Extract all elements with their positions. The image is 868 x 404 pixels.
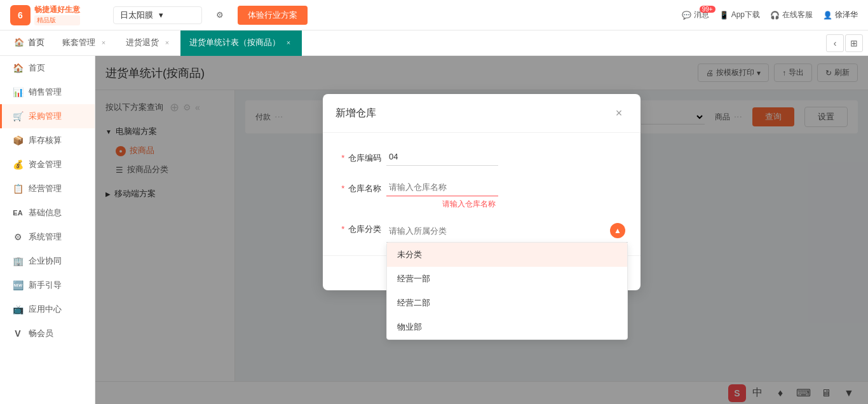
app-download-label: App下载	[731, 10, 760, 20]
tab-next-button[interactable]: ⊞	[845, 34, 863, 52]
code-input-wrapper	[386, 148, 628, 166]
purchase-icon: 🛒	[12, 111, 24, 122]
content-area: 进货单统计(按商品) 🖨 按模板打印 ▾ ↑ 导出 ↻ 刷新	[95, 56, 868, 404]
sidebar-sales-label: 销售管理	[29, 86, 62, 98]
tab-account-close[interactable]: ×	[99, 38, 108, 47]
tab-purchase-return-label: 进货退货	[126, 37, 159, 48]
name-input-wrapper: 请输入仓库名称	[386, 178, 628, 196]
sidebar-item-home[interactable]: 🏠 首页	[0, 56, 95, 80]
sales-icon: 📊	[12, 86, 24, 98]
option-dept2[interactable]: 经营二部	[387, 291, 627, 315]
tab-controls: ‹ ⊞	[826, 34, 863, 52]
home-sidebar-icon: 🏠	[12, 62, 24, 74]
operation-icon: 📋	[12, 183, 24, 194]
sidebar-item-basic-info[interactable]: EA 基础信息	[0, 201, 95, 225]
category-input-wrapper: ▲ 未分类 经营一部 经营二部 物业部	[386, 219, 628, 243]
message-icon: 💬	[682, 11, 691, 20]
required-star-code: *	[341, 153, 344, 163]
enterprise-icon: 🏢	[12, 255, 24, 267]
sidebar-system-label: 系统管理	[29, 231, 62, 243]
sidebar-item-vip[interactable]: V 畅会员	[0, 321, 95, 346]
warehouse-name-input[interactable]	[386, 178, 498, 196]
sidebar-basic-info-label: 基础信息	[29, 207, 62, 219]
app-center-icon: 📺	[12, 304, 24, 315]
sidebar-enterprise-label: 企业协同	[29, 255, 62, 267]
warehouse-code-row: * 仓库编码	[336, 148, 628, 166]
warehouse-code-input[interactable]	[386, 148, 498, 166]
top-header: 6 畅捷通好生意 精品版 日太阳膜 ▾ ⚙ 体验行业方案 💬 消息 99+ 📱 …	[0, 0, 868, 30]
settings-button[interactable]: ⚙	[210, 5, 230, 25]
sidebar-item-guide[interactable]: 🆕 新手引导	[0, 273, 95, 297]
basic-info-icon: EA	[12, 207, 24, 219]
warehouse-name-row: * 仓库名称 请输入仓库名称	[336, 178, 628, 196]
category-label-text: 仓库分类	[348, 224, 381, 234]
option-dept1[interactable]: 经营一部	[387, 267, 627, 291]
message-badge: 99+	[700, 6, 715, 13]
system-icon: ⚙	[12, 231, 24, 243]
option-property[interactable]: 物业部	[387, 315, 627, 339]
trial-button[interactable]: 体验行业方案	[238, 6, 308, 25]
online-service-button[interactable]: 🎧 在线客服	[770, 10, 813, 20]
modal-close-button[interactable]: ×	[610, 104, 628, 122]
category-dropdown-trigger[interactable]: ▲	[386, 219, 628, 243]
tab-bar: 🏠 首页 账套管理 × 进货退货 × 进货单统计表（按商品） × ‹ ⊞	[0, 30, 868, 56]
sidebar-item-operation[interactable]: 📋 经营管理	[0, 177, 95, 201]
avatar-icon: 👤	[823, 11, 832, 20]
warehouse-category-row: * 仓库分类 ▲ 未分类 经营一部 经	[336, 219, 628, 243]
message-button[interactable]: 💬 消息 99+	[682, 10, 709, 20]
sidebar: 🏠 首页 📊 销售管理 🛒 采购管理 📦 库存核算 💰 资金管理 📋 经营管理 …	[0, 56, 95, 404]
tab-purchase-stat[interactable]: 进货单统计表（按商品） ×	[180, 30, 302, 56]
sidebar-vip-label: 畅会员	[29, 328, 53, 339]
tab-prev-button[interactable]: ‹	[826, 34, 844, 52]
sidebar-item-app-center[interactable]: 📺 应用中心	[0, 297, 95, 321]
modal-title: 新增仓库	[336, 107, 376, 120]
username-label: 徐泽华	[835, 10, 858, 20]
header-right: 💬 消息 99+ 📱 App下载 🎧 在线客服 👤 徐泽华	[682, 10, 858, 20]
category-label: * 仓库分类	[336, 219, 386, 235]
phone-icon: 📱	[719, 11, 729, 20]
main-layout: 🏠 首页 📊 销售管理 🛒 采购管理 📦 库存核算 💰 资金管理 📋 经营管理 …	[0, 56, 868, 404]
required-star-name: *	[341, 184, 344, 193]
sidebar-item-inventory[interactable]: 📦 库存核算	[0, 128, 95, 152]
category-input[interactable]	[389, 226, 610, 236]
tab-account-label: 账套管理	[62, 37, 95, 48]
tab-purchase-stat-close[interactable]: ×	[284, 38, 293, 47]
required-star-category: *	[341, 224, 344, 234]
option-uncategorized[interactable]: 未分类	[387, 243, 627, 267]
tab-purchase-return[interactable]: 进货退货 ×	[117, 30, 180, 56]
sidebar-item-sales[interactable]: 📊 销售管理	[0, 80, 95, 104]
sidebar-app-center-label: 应用中心	[29, 304, 62, 315]
tab-account[interactable]: 账套管理 ×	[53, 30, 117, 56]
modal-header: 新增仓库 ×	[323, 94, 641, 133]
brand-name: 畅捷通好生意	[34, 4, 80, 15]
sidebar-item-purchase[interactable]: 🛒 采购管理	[0, 104, 95, 128]
sidebar-finance-label: 资金管理	[29, 159, 62, 170]
dropdown-up-arrow[interactable]: ▲	[610, 223, 625, 238]
sidebar-inventory-label: 库存核算	[29, 135, 62, 146]
code-label-text: 仓库编码	[348, 153, 381, 163]
sidebar-item-enterprise[interactable]: 🏢 企业协同	[0, 249, 95, 273]
tab-purchase-stat-label: 进货单统计表（按商品）	[189, 37, 280, 48]
tab-home-label: 首页	[28, 37, 44, 48]
headset-icon: 🎧	[770, 11, 780, 20]
chevron-icon: ▾	[159, 10, 195, 20]
app-download-button[interactable]: 📱 App下载	[719, 10, 760, 20]
store-selector[interactable]: 日太阳膜 ▾	[113, 6, 202, 24]
sidebar-item-finance[interactable]: 💰 资金管理	[0, 152, 95, 177]
tab-purchase-return-close[interactable]: ×	[163, 38, 172, 47]
category-dropdown-list: 未分类 经营一部 经营二部 物业部	[386, 242, 628, 340]
store-name: 日太阳膜	[120, 10, 156, 21]
sidebar-guide-label: 新手引导	[29, 279, 62, 291]
home-icon: 🏠	[14, 37, 24, 47]
modal-body: * 仓库编码 * 仓库名称	[323, 133, 641, 255]
name-label: * 仓库名称	[336, 178, 386, 194]
sidebar-item-system[interactable]: ⚙ 系统管理	[0, 225, 95, 249]
brand-badge: 精品版	[34, 15, 80, 25]
logo-area: 6 畅捷通好生意 精品版	[10, 4, 105, 25]
inventory-icon: 📦	[12, 135, 24, 146]
finance-icon: 💰	[12, 159, 24, 170]
user-menu[interactable]: 👤 徐泽华	[823, 10, 858, 20]
tab-home[interactable]: 🏠 首页	[5, 30, 53, 56]
guide-icon: 🆕	[12, 279, 24, 291]
app-logo-icon: 6	[10, 5, 31, 25]
